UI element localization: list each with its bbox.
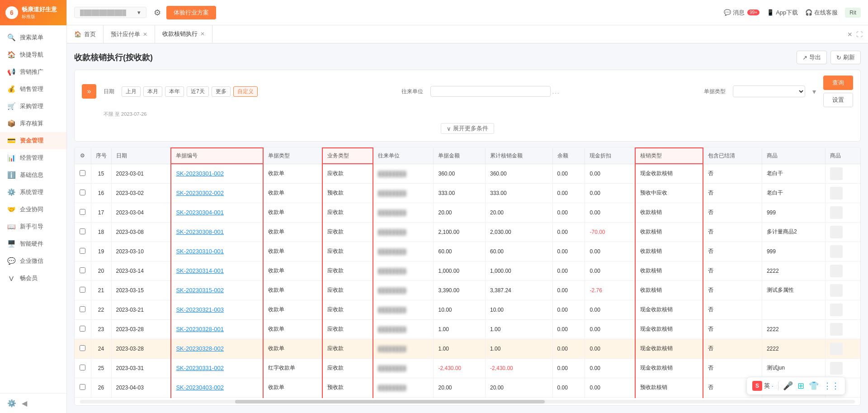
topbar-dropdown[interactable]: ████████████ ▾ [74, 7, 146, 18]
sidebar-item-member[interactable]: V畅会员 [0, 270, 66, 287]
collapse-icon[interactable]: ◀ [22, 399, 27, 408]
cell-include-settled: 否 [703, 280, 762, 300]
cell-bill-no[interactable]: SK-20230328-002 [171, 339, 263, 358]
export-icon: ↗ [802, 54, 807, 61]
sidebar-item-inventory[interactable]: 📦库存核算 [0, 115, 66, 132]
sidebar-item-search[interactable]: 🔍搜索菜单 [0, 29, 66, 46]
date-last-7days[interactable]: 近7天 [187, 86, 209, 97]
cell-checkbox[interactable] [75, 164, 91, 183]
cell-balance: 0.00 [552, 242, 585, 261]
date-more[interactable]: 更多 [212, 86, 231, 97]
cell-balance: 0.00 [552, 397, 585, 398]
export-button[interactable]: ↗ 导出 [797, 51, 827, 64]
cell-checkbox[interactable] [75, 222, 91, 242]
cell-bill-no[interactable]: SK-20230304-001 [171, 203, 263, 222]
sidebar-item-wechat[interactable]: 💬企业微信 [0, 252, 66, 270]
cell-bill-no[interactable]: SK-20230310-001 [171, 242, 263, 261]
cell-goods: 2222 [762, 339, 825, 358]
cell-bill-no[interactable]: SK-20230301-002 [171, 164, 263, 183]
sidebar-item-purchase[interactable]: 🛒采购管理 [0, 98, 66, 115]
filter-row-date-range: 不限 至 2023-07-26 [82, 111, 853, 118]
partner-input[interactable] [430, 86, 551, 97]
table-scroll[interactable]: ⚙ 序号 日期 单据编号 单据类型 业务类型 往来单位 单据金额 累计核销金额 … [75, 147, 860, 398]
sidebar-icon-sales: 💰 [7, 85, 15, 93]
cell-checkbox[interactable] [75, 183, 91, 203]
cell-partner: ████████ [373, 164, 434, 183]
sidebar-item-funds[interactable]: 💳资金管理 [0, 132, 66, 149]
tab-collection-exec[interactable]: 收款核销执行 ✕ [155, 25, 212, 43]
cell-bill-no[interactable]: SK-20230331-002 [171, 358, 263, 378]
tab-pre-payables[interactable]: 预计应付单 ✕ [104, 25, 155, 43]
sidebar-item-quick-nav[interactable]: 🏠快捷导航 [0, 46, 66, 63]
service-action[interactable]: 🎧 在线客服 [805, 9, 838, 17]
cell-checkbox[interactable] [75, 300, 91, 319]
float-apps-icon[interactable]: ⋮⋮ [823, 381, 840, 391]
cell-goods-img [825, 222, 860, 242]
col-settings[interactable]: ⚙ [75, 148, 91, 164]
tab-home[interactable]: 🏠 首页 [67, 25, 104, 43]
cell-bill-no[interactable]: SK-20230308-001 [171, 222, 263, 242]
query-button[interactable]: 查询 [823, 76, 853, 90]
table-row: 18 2023-03-08 SK-20230308-001 收款单 应收款 ██… [75, 222, 860, 242]
float-mic-icon[interactable]: 🎤 [783, 381, 793, 391]
cell-checkbox[interactable] [75, 280, 91, 300]
cell-partner: ████████ [373, 378, 434, 397]
tab-collection-close[interactable]: ✕ [200, 31, 205, 37]
refresh-button[interactable]: ↻ 刷新 [830, 51, 861, 64]
table-row: 26 2023-04-03 SK-20230403-002 收款单 预收款 ██… [75, 378, 860, 397]
page-content: 收款核销执行(按收款) ↗ 导出 ↻ 刷新 » 日期 上月 [67, 43, 868, 413]
cell-checkbox[interactable] [75, 378, 91, 397]
close-window-icon[interactable]: ✕ [847, 31, 853, 38]
bill-type-select[interactable] [733, 85, 805, 97]
cell-partner: ████████ [373, 358, 434, 378]
sidebar-item-sales[interactable]: 💰销售管理 [0, 81, 66, 98]
float-shirt-icon[interactable]: 👕 [809, 381, 819, 391]
sidebar-item-guide[interactable]: 📖新手引导 [0, 218, 66, 235]
sidebar-item-basic[interactable]: ℹ️基础信息 [0, 166, 66, 184]
cell-checkbox[interactable] [75, 319, 91, 339]
date-custom[interactable]: 自定义 [233, 86, 258, 97]
expand-more-btn[interactable]: ∨ 展开更多条件 [441, 123, 494, 134]
cell-bill-no[interactable]: SK-20230321-003 [171, 300, 263, 319]
table-row: 17 2023-03-04 SK-20230304-001 收款单 应收款 ██… [75, 203, 860, 222]
cell-bill-no[interactable]: SK-20230408-001 [171, 397, 263, 398]
solution-button[interactable]: 体验行业方案 [166, 6, 216, 19]
sidebar-item-system[interactable]: ⚙️系统管理 [0, 184, 66, 201]
cell-writeoff-type: 收款核销 [635, 203, 703, 222]
cell-bill-no[interactable]: SK-20230403-002 [171, 378, 263, 397]
topbar-gear-icon[interactable]: ⚙ [154, 8, 161, 18]
messages-action[interactable]: 💬 消息 99+ [724, 9, 760, 17]
maximize-icon[interactable]: ⛶ [856, 31, 863, 38]
app-download-action[interactable]: 📱 App下载 [767, 9, 798, 17]
float-grid-icon[interactable]: ⊞ [797, 381, 804, 391]
cell-bill-type: 收款单 [263, 319, 322, 339]
date-last-month[interactable]: 上月 [122, 86, 141, 97]
date-this-month[interactable]: 本月 [143, 86, 162, 97]
cell-checkbox[interactable] [75, 203, 91, 222]
user-badge[interactable]: Rit [845, 8, 861, 18]
tab-pre-payables-close[interactable]: ✕ [143, 31, 147, 38]
settings-button[interactable]: 设置 [823, 93, 853, 107]
sidebar-item-marketing[interactable]: 📢营销推广 [0, 63, 66, 81]
cell-bill-no[interactable]: SK-20230315-002 [171, 280, 263, 300]
cell-bill-no[interactable]: SK-20230328-001 [171, 319, 263, 339]
cell-bill-no[interactable]: SK-20230314-001 [171, 261, 263, 280]
date-this-year[interactable]: 本年 [165, 86, 184, 97]
cell-checkbox[interactable] [75, 397, 91, 398]
cell-checkbox[interactable] [75, 242, 91, 261]
sidebar-item-enterprise[interactable]: 🤝企业协同 [0, 201, 66, 218]
cell-bill-no[interactable]: SK-20230302-002 [171, 183, 263, 203]
col-partner-header: 往来单位 [373, 148, 434, 164]
cell-checkbox[interactable] [75, 261, 91, 280]
horizontal-scrollbar[interactable] [80, 400, 855, 404]
table-body: 15 2023-03-01 SK-20230301-002 收款单 应收款 ██… [75, 164, 860, 398]
sidebar-item-hardware[interactable]: 🖥️智能硬件 [0, 235, 66, 252]
cell-checkbox[interactable] [75, 358, 91, 378]
sidebar-item-operations[interactable]: 📊经营管理 [0, 149, 66, 166]
bill-type-chevron: ▾ [812, 87, 816, 96]
filter-expand-toggle[interactable]: » [82, 84, 96, 99]
cell-goods-img [825, 358, 860, 378]
settings-icon[interactable]: ⚙️ [7, 399, 16, 408]
cell-checkbox[interactable] [75, 339, 91, 358]
cell-total-writeoff: 1.00 [486, 319, 553, 339]
